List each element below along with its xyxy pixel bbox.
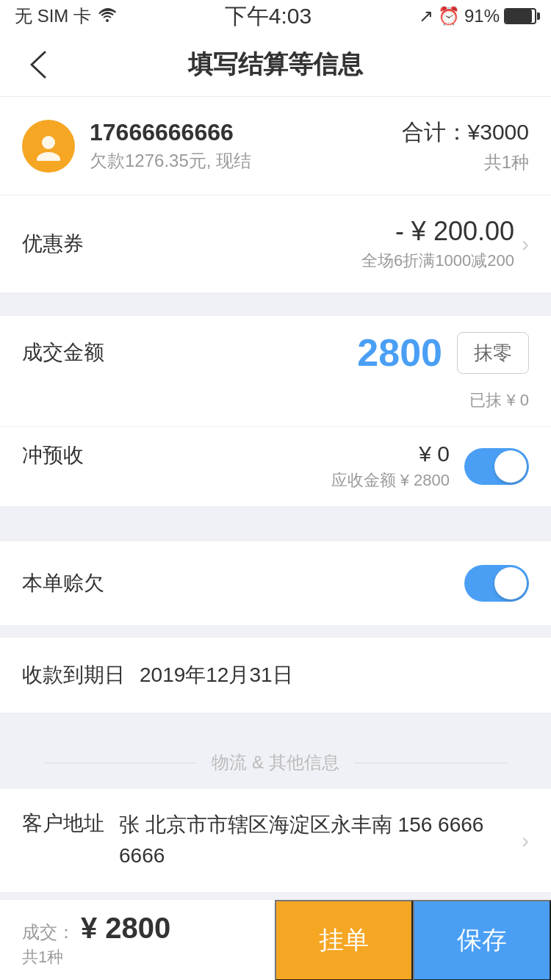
coupon-label: 优惠券 <box>22 230 84 258</box>
section-divider-2 <box>0 518 551 530</box>
coupon-discount: - ¥ 200.00 <box>361 216 514 247</box>
user-phone: 17666666666 <box>90 119 251 146</box>
svg-point-1 <box>37 152 60 161</box>
status-left: 无 SIM 卡 <box>15 4 118 28</box>
deal-amount-value: 2800 <box>357 331 442 375</box>
bottom-deal-label: 成交： <box>22 920 75 944</box>
content-area: 17666666666 欠款1276.35元, 现结 合计：¥3000 共1种 … <box>0 97 551 980</box>
coupon-desc: 全场6折满1000减200 <box>361 250 514 272</box>
debt-label: 本单赊欠 <box>22 569 104 597</box>
status-right: ↗ ⏰ 91% <box>419 6 536 26</box>
address-value: 张 北京市市辖区海淀区永丰南 156 6666 6666 <box>119 810 507 871</box>
toggle-thumb-2 <box>494 567 527 599</box>
coupon-row[interactable]: 优惠券 - ¥ 200.00 全场6折满1000减200 › <box>0 195 551 292</box>
prepay-desc: 应收金额 ¥ 2800 <box>331 469 450 491</box>
bottom-bar: 成交： ¥ 2800 共1种 挂单 保存 <box>0 899 551 980</box>
due-date-value: 2019年12月31日 <box>140 661 293 689</box>
bottom-count: 共1种 <box>22 946 253 968</box>
coupon-right: - ¥ 200.00 全场6折满1000减200 › <box>361 216 529 272</box>
prepay-amount: ¥ 0 <box>331 442 450 466</box>
due-date-row: 收款到期日 2019年12月31日 <box>0 637 551 713</box>
user-info-card: 17666666666 欠款1276.35元, 现结 合计：¥3000 共1种 … <box>0 97 551 292</box>
bottom-amount: ¥ 2800 <box>81 912 170 945</box>
user-row: 17666666666 欠款1276.35元, 现结 合计：¥3000 共1种 <box>0 97 551 195</box>
due-date-label: 收款到期日 <box>22 661 125 689</box>
user-debt: 欠款1276.35元, 现结 <box>90 149 251 173</box>
prepay-amount-block: ¥ 0 应收金额 ¥ 2800 <box>331 442 450 491</box>
section-divider-1 <box>0 304 551 316</box>
no-sim-text: 无 SIM 卡 <box>15 4 91 28</box>
pending-button[interactable]: 挂单 <box>275 900 413 981</box>
location-icon: ↗ <box>419 6 433 26</box>
prepay-row: 冲预收 ¥ 0 应收金额 ¥ 2800 <box>0 426 551 506</box>
logistics-divider: 物流 & 其他信息 <box>0 736 551 789</box>
page-title: 填写结算等信息 <box>54 48 497 82</box>
coupon-info: - ¥ 200.00 全场6折满1000减200 <box>361 216 514 272</box>
user-totals: 合计：¥3000 共1种 <box>402 118 529 174</box>
prepay-toggle[interactable] <box>464 448 529 485</box>
deal-amount-label: 成交金额 <box>22 339 104 367</box>
toggle-thumb <box>494 450 527 483</box>
alarm-icon: ⏰ <box>438 6 460 26</box>
address-row[interactable]: 客户地址 张 北京市市辖区海淀区永丰南 156 6666 6666 › <box>0 789 551 892</box>
chevron-right-icon: › <box>522 231 529 256</box>
bottom-info: 成交： ¥ 2800 共1种 <box>0 912 275 968</box>
back-button[interactable] <box>22 48 54 81</box>
debt-row: 本单赊欠 <box>0 541 551 625</box>
round-zero-button[interactable]: 抹零 <box>457 332 529 374</box>
deal-amount-right: 2800 抹零 <box>357 331 529 375</box>
user-info: 17666666666 欠款1276.35元, 现结 <box>90 119 251 173</box>
wifi-icon <box>97 6 118 26</box>
battery-percent: 91% <box>464 6 500 26</box>
save-button[interactable]: 保存 <box>413 900 551 981</box>
svg-point-0 <box>42 136 55 149</box>
deal-subtotal: 已抹 ¥ 0 <box>0 389 551 426</box>
status-time: 下午4:03 <box>225 1 311 32</box>
status-bar: 无 SIM 卡 下午4:03 ↗ ⏰ 91% <box>0 0 551 32</box>
total-count: 共1种 <box>402 151 529 174</box>
nav-bar: 填写结算等信息 <box>0 32 551 97</box>
logistics-text: 物流 & 其他信息 <box>197 751 353 774</box>
avatar <box>22 120 75 173</box>
bottom-deal-row: 成交： ¥ 2800 <box>22 912 253 945</box>
prepay-right: ¥ 0 应收金额 ¥ 2800 <box>331 442 529 491</box>
total-amount: 合计：¥3000 <box>402 118 529 148</box>
address-chevron-icon: › <box>522 828 529 853</box>
address-label: 客户地址 <box>22 810 104 837</box>
due-date-content: 收款到期日 2019年12月31日 <box>22 661 529 689</box>
prepay-label: 冲预收 <box>22 442 84 469</box>
deal-amount-card: 成交金额 2800 抹零 已抹 ¥ 0 冲预收 ¥ 0 应收金额 ¥ 2800 <box>0 316 551 506</box>
deal-amount-row: 成交金额 2800 抹零 <box>0 316 551 389</box>
user-left: 17666666666 欠款1276.35元, 现结 <box>22 119 251 173</box>
debt-toggle[interactable] <box>464 565 529 602</box>
battery-icon <box>504 8 536 24</box>
section-divider-3 <box>0 724 551 736</box>
